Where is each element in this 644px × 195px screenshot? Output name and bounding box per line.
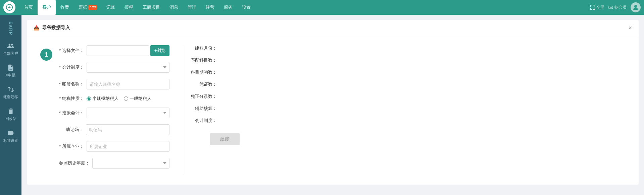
tax-small-label: 小规模纳税人 — [92, 95, 118, 102]
fullscreen-button[interactable]: 全屏 — [590, 5, 604, 10]
company-label: * 所属企业： — [59, 143, 84, 149]
memo-code-row: 助记码： — [59, 124, 169, 135]
user-avatar[interactable] — [631, 2, 641, 12]
aux-calc-row: 辅助核算： — [190, 106, 260, 112]
member-label: 畅会员 — [614, 5, 627, 10]
nav-item-管理[interactable]: 管理 — [183, 0, 201, 15]
app-logo[interactable] — [3, 1, 15, 13]
sidebar-label-declare: 0申报 — [6, 73, 15, 78]
tax-nature-label: * 纳税性质： — [59, 95, 84, 102]
sidebar-label-transfer: 账套迁移 — [3, 94, 18, 100]
voucher-count-label: 凭证数： — [190, 81, 217, 87]
build-month-row: 建账月份： — [190, 45, 260, 51]
aux-calc-label: 辅助核算： — [190, 106, 217, 112]
step-badge: 1 — [40, 49, 52, 61]
sidebar-item-all-clients[interactable]: 全部客户 — [0, 39, 21, 59]
accounting-system-select[interactable] — [87, 62, 170, 73]
company-input[interactable] — [87, 141, 170, 152]
info-accounting-system-row: 会计制度： — [190, 118, 260, 124]
sidebar-item-trash[interactable]: 回收站 — [0, 104, 21, 125]
nav-items: 首页客户收费票据new记账报税工商项目消息管理经营服务设置 — [19, 0, 590, 15]
ledger-name-input[interactable] — [87, 79, 170, 89]
member-button[interactable]: 畅会员 — [608, 5, 627, 10]
step-column: 1 — [40, 45, 52, 61]
svg-point-10 — [634, 5, 637, 8]
sidebar-label-trash: 回收站 — [5, 116, 16, 121]
sidebar-item-tags[interactable]: 标签设置 — [0, 126, 21, 146]
svg-rect-2 — [590, 5, 591, 7]
ref-year-row: 参照历史年度： — [59, 158, 169, 169]
nav-item-工商项目[interactable]: 工商项目 — [138, 0, 165, 15]
sidebar-item-transfer[interactable]: 账套迁移 — [0, 82, 21, 103]
match-subjects-row: 匹配科目数： — [190, 57, 260, 63]
select-file-label: * 选择文件： — [59, 48, 84, 54]
panel-body: 1 * 选择文件： +浏览 * 会计制度 — [27, 35, 639, 185]
ledger-name-label: * 账簿名称： — [59, 81, 84, 87]
nav-item-报税[interactable]: 报税 — [120, 0, 138, 15]
nav-item-消息[interactable]: 消息 — [165, 0, 183, 15]
tax-nature-row: * 纳税性质： 小规模纳税人 一般纳税人 — [59, 95, 169, 102]
subject-init-label: 科目期初数： — [190, 69, 217, 75]
nav-item-票据[interactable]: 票据new — [74, 0, 102, 15]
nav-item-设置[interactable]: 设置 — [237, 0, 255, 15]
tax-general-radio[interactable]: 一般纳税人 — [124, 95, 151, 102]
voucher-entries-row: 凭证分录数： — [190, 93, 260, 100]
assign-accountant-label: * 指派会计： — [59, 110, 84, 116]
tax-small-radio[interactable]: 小规模纳税人 — [87, 95, 118, 102]
select-file-row: * 选择文件： +浏览 — [59, 45, 169, 56]
info-section: 建账月份： 匹配科目数： 科目期初数： 凭证数： — [183, 45, 260, 175]
nav-item-首页[interactable]: 首页 — [19, 0, 38, 15]
file-input-wrapper: +浏览 — [87, 45, 170, 56]
tax-nature-radio-group: 小规模纳税人 一般纳税人 — [87, 95, 170, 102]
browse-button[interactable]: +浏览 — [150, 45, 170, 56]
build-button-area: 建账 — [190, 130, 260, 145]
nav-item-记账[interactable]: 记账 — [102, 0, 120, 15]
assign-accountant-row: * 指派会计： — [59, 108, 169, 118]
build-month-label: 建账月份： — [190, 45, 217, 51]
accounting-system-label: * 会计制度： — [59, 64, 84, 70]
form-section-wrapper: 1 * 选择文件： +浏览 * 会计制度 — [40, 45, 169, 175]
nav-item-客户[interactable]: 客户 — [38, 0, 56, 15]
sidebar-logo: EaRP — [0, 18, 21, 38]
assign-accountant-select[interactable] — [87, 108, 170, 118]
main-content: 📥 导爷数据导入 × 1 * 选择文件： — [21, 15, 644, 195]
import-panel: 📥 导爷数据导入 × 1 * 选择文件： — [27, 20, 639, 185]
sidebar-label-all-clients: 全部客户 — [3, 51, 18, 56]
fullscreen-label: 全屏 — [596, 5, 604, 10]
memo-code-input[interactable] — [86, 124, 169, 135]
company-row: * 所属企业： — [59, 141, 169, 152]
ref-year-label: 参照历史年度： — [59, 160, 90, 166]
svg-rect-4 — [595, 5, 595, 7]
info-accounting-system-label: 会计制度： — [190, 118, 217, 124]
panel-header: 📥 导爷数据导入 × — [27, 20, 639, 35]
panel-title-icon: 📥 — [34, 25, 39, 30]
svg-rect-8 — [595, 8, 595, 10]
close-icon[interactable]: × — [628, 25, 632, 31]
svg-rect-6 — [590, 8, 591, 10]
nav-item-服务[interactable]: 服务 — [219, 0, 237, 15]
accounting-system-row: * 会计制度： — [59, 62, 169, 73]
panel-title-text: 导爷数据导入 — [42, 25, 70, 31]
sidebar: EaRP 全部客户 0申报 账套迁移 回收站 标签设置 — [0, 15, 21, 195]
ref-year-select[interactable] — [92, 158, 169, 169]
form-column: * 选择文件： +浏览 * 会计制度： — [59, 45, 169, 175]
nav-right: 全屏 畅会员 — [590, 2, 641, 12]
sidebar-item-declare[interactable]: 0申报 — [0, 61, 21, 81]
match-subjects-label: 匹配科目数： — [190, 57, 217, 63]
build-account-button[interactable]: 建账 — [210, 133, 240, 145]
nav-item-经营[interactable]: 经营 — [201, 0, 219, 15]
subject-init-row: 科目期初数： — [190, 69, 260, 75]
sidebar-label-tags: 标签设置 — [3, 138, 18, 143]
voucher-count-row: 凭证数： — [190, 81, 260, 87]
voucher-entries-label: 凭证分录数： — [190, 93, 217, 100]
panel-title: 📥 导爷数据导入 — [34, 25, 70, 31]
tax-general-label: 一般纳税人 — [130, 95, 151, 102]
nav-item-收费[interactable]: 收费 — [56, 0, 74, 15]
memo-code-label: 助记码： — [59, 127, 83, 133]
ledger-name-row: * 账簿名称： — [59, 79, 169, 89]
top-nav: 首页客户收费票据new记账报税工商项目消息管理经营服务设置 全屏 畅会员 — [0, 0, 644, 15]
file-input[interactable] — [87, 45, 149, 56]
